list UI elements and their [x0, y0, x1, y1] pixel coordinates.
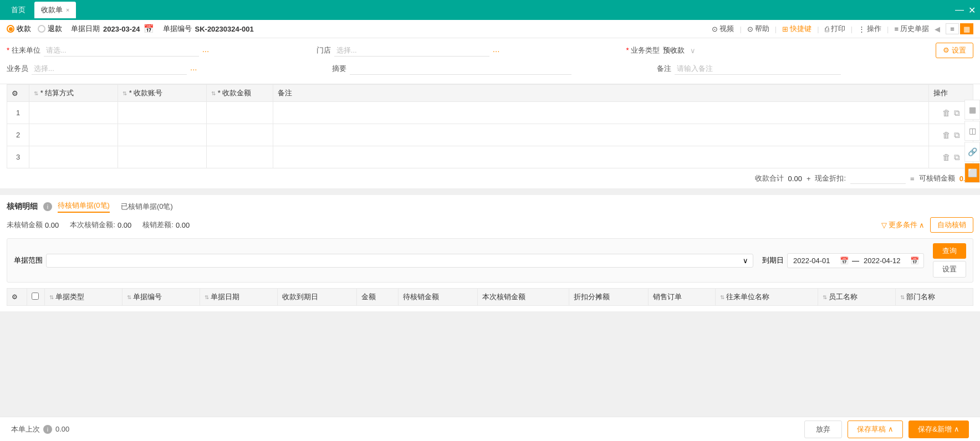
save-draft-chevron[interactable]: ∧ [888, 425, 894, 433]
row2-copy-btn[interactable]: ⧉ [954, 130, 960, 140]
store-more-btn[interactable]: ··· [493, 46, 500, 55]
current-label: 本次核销金额: [70, 220, 115, 230]
print-btn[interactable]: ⎙ 打印 [825, 24, 845, 34]
th-settings[interactable]: ⚙ [7, 85, 29, 102]
row1-account[interactable] [118, 102, 207, 124]
auto-hexiao-btn[interactable]: 自动核销 [930, 217, 973, 233]
sep1: | [739, 25, 741, 33]
date-to-input[interactable] [862, 255, 907, 266]
remark-input[interactable] [675, 63, 841, 75]
date-range-dash: — [852, 257, 859, 265]
save-new-btn[interactable]: 保存&新增 ∧ [908, 421, 969, 438]
form-settings-btn[interactable]: ⚙ 设置 [936, 43, 973, 58]
calendar-to-icon[interactable]: 📅 [910, 257, 919, 265]
row3-amount[interactable] [207, 146, 273, 168]
radio-shoukuan-circle [7, 25, 14, 33]
date-from-input[interactable] [792, 255, 836, 266]
radio-tuikuan-circle [38, 25, 45, 33]
more-conditions-btn[interactable]: ▽ 更多条件 ∧ [881, 220, 925, 230]
bt-th-sales: 销售订单 [649, 289, 715, 306]
sort-arrows-amount: ⇅ [211, 90, 216, 96]
radio-shoukuan[interactable]: 收款 [7, 24, 31, 34]
date-value[interactable]: 2023-03-24 [103, 25, 140, 33]
tab-active[interactable]: 收款单 × [34, 2, 76, 18]
table-row: 3 🗑 ⧉ [7, 146, 973, 168]
counterparty-input[interactable] [44, 44, 199, 57]
tab-pending[interactable]: 待核销单据(0笔) [58, 201, 110, 213]
radio-tuikuan[interactable]: 退款 [38, 24, 62, 34]
save-draft-btn[interactable]: 保存草稿 ∧ [848, 421, 903, 438]
th-amount: ⇅ * 收款金额 [207, 85, 273, 102]
select-all-checkbox[interactable] [32, 293, 39, 300]
more-conditions-label: 更多条件 [889, 220, 917, 230]
biz-type-arrow[interactable]: ∨ [690, 47, 696, 55]
row1-delete-btn[interactable]: 🗑 [942, 108, 951, 118]
total-label: 收款合计 [755, 173, 784, 183]
menu-btn-grid[interactable]: ▦ [960, 23, 973, 34]
row2-account[interactable] [118, 124, 207, 146]
summary-input[interactable] [350, 63, 571, 75]
help-btn[interactable]: ⊙ 帮助 [747, 24, 769, 34]
range-select[interactable]: ∨ [46, 254, 753, 268]
bt-th-due: 收款到期日 [278, 289, 357, 306]
hexiao-settings-btn[interactable]: 设置 [933, 261, 966, 278]
window-close-icon[interactable]: ✕ [968, 5, 976, 16]
tab-done[interactable]: 已核销单据(0笔) [121, 202, 173, 212]
right-panel-btn-3[interactable]: 🔗 [964, 142, 980, 162]
table-row: 1 🗑 ⧉ [7, 102, 973, 124]
hexiao-info-icon[interactable]: i [43, 202, 52, 211]
summary-field: 摘要 [332, 63, 649, 75]
row2-amount[interactable] [207, 124, 273, 146]
video-btn[interactable]: ⊙ 视频 [712, 24, 734, 34]
number-value[interactable]: SK-20230324-001 [195, 25, 254, 33]
discount-input[interactable] [850, 173, 906, 184]
menu-btn-list[interactable]: ≡ [946, 23, 959, 34]
tab-home[interactable]: 首页 [4, 2, 32, 18]
row2-settle[interactable] [29, 124, 118, 146]
bt-th-staff: ⇅ 员工名称 [818, 289, 895, 306]
row2-delete-btn[interactable]: 🗑 [942, 130, 951, 140]
counterparty-field: 往来单位 ··· [7, 44, 308, 57]
right-panel-btn-2[interactable]: ◫ [964, 121, 980, 141]
staff-more-btn[interactable]: ··· [190, 64, 197, 74]
sort-arrows-settle: ⇅ [34, 90, 38, 96]
row3-action-btns: 🗑 ⧉ [933, 152, 968, 162]
calendar-icon[interactable]: 📅 [144, 24, 154, 34]
right-panel-btn-4[interactable]: ⬜ [964, 163, 980, 183]
row2-note[interactable] [273, 124, 929, 146]
row3-settle[interactable] [29, 146, 118, 168]
save-new-chevron[interactable]: ∧ [954, 425, 959, 433]
bt-th-gear[interactable]: ⚙ [7, 289, 27, 306]
sep3: | [817, 25, 819, 33]
store-input[interactable] [334, 44, 489, 57]
operation-btn[interactable]: ⋮ 操作 [858, 24, 881, 34]
row3-note[interactable] [273, 146, 929, 168]
row3-delete-btn[interactable]: 🗑 [942, 152, 951, 162]
row3-copy-btn[interactable]: ⧉ [954, 152, 960, 162]
window-minimize-icon[interactable]: — [955, 5, 964, 16]
calendar-from-icon[interactable]: 📅 [840, 257, 849, 265]
row1-amount[interactable] [207, 102, 273, 124]
table-row: 2 🗑 ⧉ [7, 124, 973, 146]
footer-info-icon[interactable]: i [43, 425, 52, 434]
counterparty-more-btn[interactable]: ··· [202, 46, 210, 55]
nav-left-icon[interactable]: ◀ [935, 25, 940, 33]
stat-current: 本次核销金额: 0.00 [70, 220, 131, 230]
query-btn[interactable]: 查询 [933, 243, 966, 259]
history-btn[interactable]: ≡ 历史单据 [894, 24, 929, 34]
row1-settle[interactable] [29, 102, 118, 124]
sep2: | [775, 25, 777, 33]
close-icon[interactable]: × [66, 7, 69, 13]
counterparty-label: 往来单位 [7, 45, 40, 55]
right-panel-btn-1[interactable]: ▦ [964, 100, 980, 120]
hexiao-title: 核销明细 [7, 202, 38, 212]
row1-copy-btn[interactable]: ⧉ [954, 108, 960, 118]
abandon-btn[interactable]: 放弃 [804, 421, 842, 438]
bt-th-check[interactable] [27, 289, 45, 306]
row3-account[interactable] [118, 146, 207, 168]
shortcut-btn[interactable]: ⊞ 快捷键 [782, 24, 811, 34]
footer-right: 放弃 保存草稿 ∧ 保存&新增 ∧ [804, 421, 969, 438]
staff-input[interactable] [32, 63, 187, 75]
receipt-table: ⚙ ⇅ * 结算方式 ⇅ * 收款账号 ⇅ * 收款金额 备注 操作 [7, 84, 973, 168]
row1-note[interactable] [273, 102, 929, 124]
